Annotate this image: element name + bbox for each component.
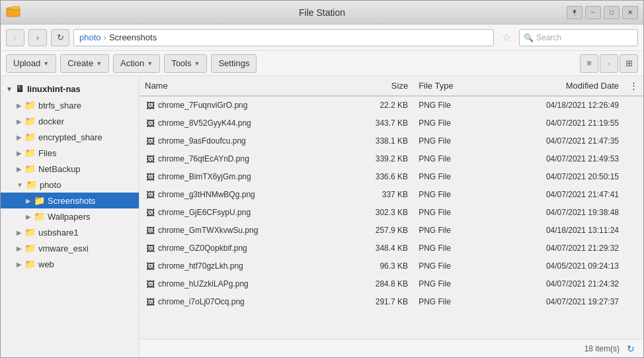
- expand-icon: ▶: [17, 118, 22, 125]
- table-row[interactable]: 🖼 chrome_GjE6CFsypU.png 302.3 KB PNG Fil…: [140, 204, 643, 222]
- create-label: Create: [67, 58, 93, 68]
- upload-button[interactable]: Upload ▼: [6, 54, 56, 73]
- table-row[interactable]: 🖼 chrome_9asFdoufcu.png 338.1 KB PNG Fil…: [140, 132, 643, 150]
- list-view-button[interactable]: ≡: [580, 54, 598, 73]
- folder-icon: 📁: [24, 100, 36, 111]
- table-row[interactable]: 🖼 chrome_8V52GyyK44.png 343.7 KB PNG Fil…: [140, 114, 643, 132]
- sidebar-item-vmware_esxi[interactable]: ▶ 📁 vmware_esxi: [1, 240, 139, 256]
- sidebar-item-Wallpapers[interactable]: ▶ 📁 Wallpapers: [1, 208, 139, 224]
- file-icon: 🖼: [145, 243, 155, 253]
- action-button[interactable]: Action ▼: [113, 54, 160, 73]
- files-table: Name Size File Type Modified Date ⋮ 🖼 ch…: [140, 76, 643, 311]
- cell-name: 🖼 chrome_GZ0Qopkbif.png: [140, 240, 342, 257]
- cell-name: 🖼 chrome_7FuqnviGrO.png: [140, 96, 342, 114]
- status-refresh-button[interactable]: ↻: [625, 343, 637, 355]
- sidebar-item-web[interactable]: ▶ 📁 web: [1, 256, 139, 272]
- file-name-text: chrome_g3tHNMwBQg.png: [158, 190, 255, 199]
- titlebar-controls: 🖈 − □ ✕: [567, 6, 638, 19]
- create-button[interactable]: Create ▼: [60, 54, 109, 73]
- cell-modified: 04/18/2021 13:11:24: [487, 222, 624, 240]
- file-name-text: chrome_76qtEcAYnD.png: [158, 154, 249, 163]
- item-label: Files: [38, 148, 56, 158]
- sidebar-item-Files[interactable]: ▶ 📁 Files: [1, 145, 139, 161]
- file-list: 🖼 chrome_7FuqnviGrO.png 22.2 KB PNG File…: [140, 96, 643, 311]
- sidebar-item-NetBackup[interactable]: ▶ 📁 NetBackup: [1, 161, 139, 177]
- expand-icon: ▶: [17, 102, 22, 109]
- cell-type: PNG File: [413, 114, 487, 132]
- folder-icon: 📁: [24, 116, 36, 126]
- path-part-photo[interactable]: photo: [79, 32, 101, 42]
- cell-modified: 04/07/2021 21:24:32: [487, 275, 624, 293]
- view-buttons: ≡ · ⊞: [580, 54, 638, 73]
- table-row[interactable]: 🖼 chrome_BimTX6yjGm.png 336.6 KB PNG Fil…: [140, 168, 643, 186]
- sidebar-item-Screenshots[interactable]: ▶ 📁 Screenshots: [1, 193, 139, 208]
- minimize-button[interactable]: −: [585, 6, 601, 19]
- tools-arrow: ▼: [194, 60, 200, 67]
- file-name-text: chrome_i7oLj07Ocq.png: [158, 297, 245, 306]
- cell-extra: [624, 275, 643, 293]
- grid-view-button[interactable]: ⊞: [620, 54, 638, 73]
- col-extra: ⋮: [624, 76, 643, 96]
- cell-extra: [624, 293, 643, 311]
- expand-icon: ▼: [17, 181, 23, 189]
- table-row[interactable]: 🖼 chrome_i7oLj07Ocq.png 291.7 KB PNG Fil…: [140, 293, 643, 311]
- expand-icon: ▶: [26, 197, 31, 204]
- table-row[interactable]: 🖼 chrome_7FuqnviGrO.png 22.2 KB PNG File…: [140, 96, 643, 114]
- upload-label: Upload: [13, 58, 40, 68]
- favorite-button[interactable]: ☆: [498, 29, 515, 46]
- path-part-screenshots[interactable]: Screenshots: [109, 32, 157, 42]
- list-view2-button[interactable]: ·: [600, 54, 618, 73]
- file-icon: 🖼: [145, 225, 155, 236]
- cell-modified: 04/07/2021 21:19:55: [487, 114, 624, 132]
- back-button[interactable]: ‹: [6, 29, 24, 46]
- expand-icon: ▶: [17, 134, 22, 141]
- settings-button[interactable]: Settings: [211, 54, 257, 73]
- col-modified[interactable]: Modified Date: [487, 76, 624, 96]
- table-row[interactable]: 🖼 chrome_76qtEcAYnD.png 339.2 KB PNG Fil…: [140, 150, 643, 168]
- sidebar-item-btrfs_share[interactable]: ▶ 📁 btrfs_share: [1, 97, 139, 113]
- forward-button[interactable]: ›: [28, 29, 47, 46]
- cell-modified: 04/07/2021 20:50:15: [487, 168, 624, 186]
- folder-icon: 📁: [34, 195, 45, 206]
- cell-extra: [624, 96, 643, 114]
- tools-button[interactable]: Tools ▼: [164, 54, 207, 73]
- cell-name: 🖼 chrome_BimTX6yjGm.png: [140, 168, 342, 186]
- cell-modified: 04/07/2021 21:29:32: [487, 240, 624, 257]
- file-name-text: chrome_BimTX6yjGm.png: [158, 172, 251, 181]
- cell-size: 336.6 KB: [342, 168, 413, 186]
- sidebar-item-photo[interactable]: ▼ 📁 photo: [1, 177, 139, 193]
- col-size[interactable]: Size: [342, 76, 413, 96]
- collapse-icon: ▼: [6, 85, 13, 93]
- item-label: vmware_esxi: [38, 244, 89, 253]
- cell-type: PNG File: [413, 222, 487, 240]
- maximize-button[interactable]: □: [604, 6, 620, 19]
- item-label: photo: [40, 180, 61, 190]
- sidebar-item-encrypted_share[interactable]: ▶ 📁 encrypted_share: [1, 129, 139, 145]
- cell-name: 🖼 chrome_g3tHNMwBQg.png: [140, 186, 342, 204]
- cell-size: 339.2 KB: [342, 150, 413, 168]
- cell-extra: [624, 257, 643, 275]
- col-type[interactable]: File Type: [413, 76, 487, 96]
- sidebar-root[interactable]: ▼ 🖥 linuxhint-nas: [1, 80, 139, 97]
- col-name[interactable]: Name: [140, 76, 342, 96]
- table-row[interactable]: 🖼 chrome_GZ0Qopkbif.png 348.4 KB PNG Fil…: [140, 240, 643, 257]
- sidebar-item-docker[interactable]: ▶ 📁 docker: [1, 113, 139, 129]
- settings-label: Settings: [218, 58, 249, 68]
- close-button[interactable]: ✕: [622, 6, 638, 19]
- refresh-button[interactable]: ↻: [51, 29, 69, 46]
- path-bar[interactable]: photo › Screenshots: [73, 29, 494, 46]
- file-icon: 🖼: [145, 189, 155, 200]
- table-row[interactable]: 🖼 chrome_hUZzkiLAPg.png 284.8 KB PNG Fil…: [140, 275, 643, 293]
- pin-button[interactable]: 🖈: [567, 6, 583, 19]
- file-icon: 🖼: [145, 118, 155, 128]
- search-icon: 🔍: [524, 33, 534, 42]
- sidebar-item-usbshare1[interactable]: ▶ 📁 usbshare1: [1, 224, 139, 240]
- cell-extra: [624, 240, 643, 257]
- tools-label: Tools: [171, 58, 191, 68]
- table-row[interactable]: 🖼 chrome_htf70gzLkh.png 96.3 KB PNG File…: [140, 257, 643, 275]
- expand-icon: ▶: [26, 213, 31, 220]
- search-box[interactable]: 🔍 Search: [519, 29, 638, 46]
- table-row[interactable]: 🖼 chrome_GmTWXkvwSu.png 257.9 KB PNG Fil…: [140, 222, 643, 240]
- file-name-text: chrome_GZ0Qopkbif.png: [158, 244, 247, 253]
- table-row[interactable]: 🖼 chrome_g3tHNMwBQg.png 337 KB PNG File …: [140, 186, 643, 204]
